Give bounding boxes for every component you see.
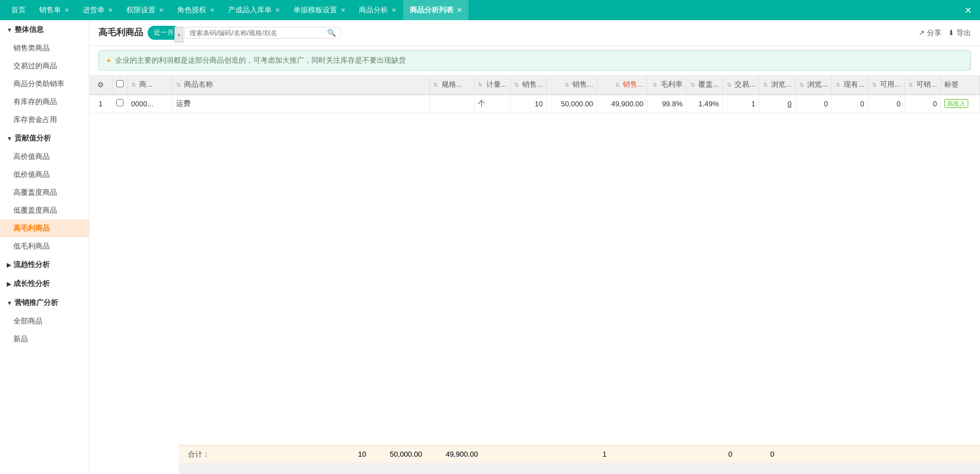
sidebar-item-low-margin[interactable]: 低毛利商品: [0, 237, 89, 255]
settings-icon[interactable]: ⚙: [97, 81, 104, 89]
nav-tab-analysis-list[interactable]: 商品分析列表 ✕: [403, 0, 468, 20]
close-auth-tab[interactable]: ✕: [159, 7, 164, 14]
row-checkbox[interactable]: [116, 99, 124, 106]
footer-sale-profit: 49,900.00: [428, 450, 478, 458]
nav-tab-product-in[interactable]: 产成品入库单 ✕: [221, 0, 287, 20]
close-sales-tab[interactable]: ✕: [64, 7, 69, 14]
col-header-gross-rate[interactable]: 毛利率: [647, 75, 687, 95]
cell-gross-rate: 99.8%: [647, 95, 687, 112]
cell-sale-amount: 50,000.00: [547, 95, 597, 112]
sidebar-group-marketing[interactable]: ▼ 营销推广分析: [0, 293, 89, 312]
sidebar-item-all-goods[interactable]: 全部商品: [0, 312, 89, 330]
cell-spec: [430, 95, 475, 112]
export-icon: ⬇: [948, 29, 954, 37]
table-header-row: ⚙ 商... 商品名称 规格...: [89, 75, 980, 95]
sidebar-item-high-coverage[interactable]: 高覆盖度商品: [0, 184, 89, 201]
col-header-stock2[interactable]: 可用...: [868, 75, 905, 95]
cell-unit: 个: [475, 95, 510, 112]
cell-browse1[interactable]: 0: [759, 95, 796, 112]
sidebar-item-high-value[interactable]: 高价值商品: [0, 148, 89, 166]
share-button[interactable]: ↗ 分享: [919, 28, 941, 38]
cell-sale-profit: 49,900.00: [597, 95, 647, 112]
search-input[interactable]: [190, 29, 327, 37]
sidebar-item-low-coverage[interactable]: 低覆盖度商品: [0, 201, 89, 219]
col-header-name[interactable]: 商品名称: [172, 75, 430, 95]
sidebar-item-low-value[interactable]: 低价值商品: [0, 166, 89, 184]
nav-tab-home[interactable]: 首页: [4, 0, 32, 20]
footer-stock1: 0: [696, 450, 732, 458]
sidebar-item-high-margin[interactable]: 高毛利商品: [0, 219, 89, 237]
share-icon: ↗: [919, 29, 925, 37]
close-analysis-list-tab[interactable]: ✕: [457, 7, 462, 14]
page-title: 高毛利商品: [98, 27, 143, 39]
footer-sale-qty: 10: [333, 450, 366, 458]
top-navigation: 首页 销售单 ✕ 进货单 ✕ 权限设置 ✕ 角色授权 ✕ 产成品入库单 ✕ 单据…: [0, 0, 980, 20]
table-container: ⚙ 商... 商品名称 规格...: [89, 75, 980, 474]
horizontal-scrollbar[interactable]: [179, 463, 980, 474]
col-header-num: ⚙: [89, 75, 112, 95]
close-role-tab[interactable]: ✕: [210, 7, 215, 14]
export-button[interactable]: ⬇ 导出: [948, 28, 971, 38]
arrow-icon-marketing: ▼: [7, 300, 12, 306]
col-header-code[interactable]: 商...: [127, 75, 172, 95]
col-header-stock1[interactable]: 现有...: [832, 75, 868, 95]
search-icon[interactable]: 🔍: [327, 29, 336, 37]
footer-stock2: 0: [738, 450, 774, 458]
cell-coverage: 1.49%: [687, 95, 723, 112]
cell-code: 0000...: [127, 95, 172, 112]
footer-label: 合计：: [188, 449, 210, 459]
col-header-tag: 标签: [941, 75, 980, 95]
select-all-checkbox[interactable]: [116, 80, 124, 87]
nav-tab-role[interactable]: 角色授权 ✕: [171, 0, 221, 20]
close-analysis-tab[interactable]: ✕: [391, 7, 396, 14]
close-product-in-tab[interactable]: ✕: [275, 7, 280, 14]
arrow-icon-overall: ▼: [7, 27, 12, 33]
footer-trade-count: 1: [570, 450, 607, 458]
col-header-sale-qty[interactable]: 销售...: [510, 75, 546, 95]
search-box[interactable]: 🔍: [184, 27, 341, 39]
cell-num: 1: [89, 95, 112, 112]
nav-tab-sales[interactable]: 销售单 ✕: [32, 0, 76, 20]
col-header-unit[interactable]: 计量...: [475, 75, 510, 95]
info-icon: ✦: [106, 57, 112, 65]
content-header: 高毛利商品 近一月 🔍 ↗ 分享 ⬇ 导出: [89, 20, 980, 46]
main-layout: ▼ 整体信息 销售类商品 交易过的商品 商品分类助销率 有库存的商品 库存资金占…: [0, 20, 980, 474]
sidebar: ▼ 整体信息 销售类商品 交易过的商品 商品分类助销率 有库存的商品 库存资金占…: [0, 20, 89, 474]
sidebar-collapse-button[interactable]: «: [174, 27, 183, 43]
col-header-browse2[interactable]: 浏览...: [796, 75, 832, 95]
cell-stock1: 0: [832, 95, 868, 112]
data-table: ⚙ 商... 商品名称 规格...: [89, 75, 980, 112]
close-template-tab[interactable]: ✕: [340, 7, 345, 14]
col-header-sale-amount[interactable]: 销售...: [547, 75, 597, 95]
sidebar-item-sale-goods[interactable]: 销售类商品: [0, 39, 89, 57]
nav-tab-analysis[interactable]: 商品分析 ✕: [352, 0, 403, 20]
cell-check[interactable]: [112, 95, 127, 112]
col-header-browse1[interactable]: 浏览...: [759, 75, 796, 95]
sidebar-item-in-stock[interactable]: 有库存的商品: [0, 93, 89, 111]
table-row: 1 0000... 运费 个 10 50,000.00 49,900.00 99…: [89, 95, 980, 112]
footer-sale-amount: 50,000.00: [372, 450, 422, 458]
header-actions: ↗ 分享 ⬇ 导出: [919, 28, 971, 38]
nav-tab-auth[interactable]: 权限设置 ✕: [120, 0, 171, 20]
sidebar-group-contribution[interactable]: ▼ 贡献值分析: [0, 129, 89, 148]
col-header-spec[interactable]: 规格...: [430, 75, 475, 95]
info-banner: ✦ 企业的主要的利润都是这部分商品创造的，可考虑加大推广，同时关注库存是不要出现…: [98, 50, 971, 71]
col-header-trade-count[interactable]: 交易...: [723, 75, 759, 95]
close-purchase-tab[interactable]: ✕: [108, 7, 113, 14]
window-close-button[interactable]: ✕: [960, 2, 976, 18]
sidebar-item-new-goods[interactable]: 新品: [0, 330, 89, 348]
sidebar-item-category-rate[interactable]: 商品分类助销率: [0, 75, 89, 93]
cell-name: 运费: [172, 95, 430, 112]
cell-trade-count: 1: [723, 95, 759, 112]
sidebar-item-traded-goods[interactable]: 交易过的商品: [0, 57, 89, 75]
col-header-sale-profit[interactable]: 销售...: [597, 75, 647, 95]
sidebar-group-overall[interactable]: ▼ 整体信息: [0, 20, 89, 39]
sidebar-group-trend[interactable]: ▶ 流趋性分析: [0, 255, 89, 274]
col-header-coverage[interactable]: 覆盖...: [687, 75, 723, 95]
nav-tab-purchase[interactable]: 进货单 ✕: [76, 0, 120, 20]
sidebar-group-growth[interactable]: ▶ 成长性分析: [0, 274, 89, 293]
nav-tab-template[interactable]: 单据模板设置 ✕: [287, 0, 352, 20]
sidebar-item-stock-capital[interactable]: 库存资金占用: [0, 111, 89, 129]
footer-total: 合计： 10 50,000.00 49,900.00 1 0 0: [179, 445, 980, 463]
col-header-stock3[interactable]: 可销...: [905, 75, 941, 95]
